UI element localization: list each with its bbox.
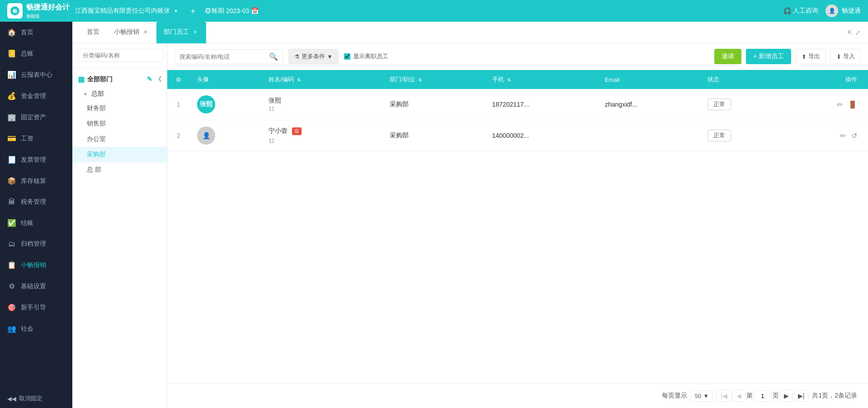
add-button[interactable]: ＋	[189, 5, 197, 16]
group-arrow-icon: ▼	[83, 92, 88, 97]
export-icon: ⬆	[802, 53, 807, 60]
sidebar-item-archive[interactable]: 🗂 归档管理	[0, 234, 72, 254]
home-icon: 🏠	[7, 28, 16, 37]
sidebar-item-home[interactable]: 🏠 首页	[0, 22, 72, 43]
toolbar-right: 邀请 + 新增员工 ⬆ 导出 ⬇ 导入	[714, 49, 861, 64]
invite-button[interactable]: 邀请	[714, 49, 741, 64]
sidebar-item-reports[interactable]: 📊 云报表中心	[0, 64, 72, 85]
edit-employee-2-icon[interactable]: ✏	[840, 131, 846, 140]
dept-item-general[interactable]: 总 部	[72, 162, 167, 178]
tab-department-close-icon[interactable]: ×	[192, 28, 199, 36]
user-info[interactable]: 👤 畅捷通	[826, 5, 861, 17]
sidebar-item-invoice[interactable]: 🧾 发票管理	[0, 149, 72, 170]
user-name: 畅捷通	[842, 7, 861, 15]
expense-icon: 📋	[7, 261, 16, 269]
sidebar-item-ledger[interactable]: 📒 总账	[0, 43, 72, 64]
prev-page-button[interactable]: ◀	[732, 390, 745, 402]
tab-expense[interactable]: 小畅报销 ×	[107, 22, 156, 43]
cell-action-1: ✏ 🚪	[784, 89, 868, 120]
settings-button[interactable]: ⚙	[204, 6, 212, 16]
th-dept-pos[interactable]: 部门/职位 ⇅	[382, 70, 485, 89]
all-departments-label: 全部部门	[87, 75, 113, 84]
basic-settings-icon: ⚙	[7, 282, 16, 291]
sidebar-item-expense[interactable]: 📋 小畅报销	[0, 254, 72, 276]
show-resigned-checkbox[interactable]	[344, 53, 350, 60]
window-maximize-icon[interactable]: ⤢	[855, 29, 861, 36]
show-resigned-wrap[interactable]: 显示离职员工	[344, 52, 388, 61]
dept-search-input[interactable]	[78, 49, 164, 62]
filter-button[interactable]: ⚗ 更多条件 ▼	[288, 49, 339, 64]
calendar-icon[interactable]: 📅	[251, 7, 259, 14]
company-arrow-icon: ▼	[174, 9, 178, 14]
next-page-button[interactable]: ▶	[780, 390, 793, 402]
sidebar-item-funds[interactable]: 💰 资金管理	[0, 85, 72, 107]
dept-item-finance[interactable]: 财务部	[72, 101, 167, 116]
dept-purchase-label: 采购部	[87, 150, 106, 158]
employee-table-wrap: ⚙ 头像 姓名/编码 ⇅ 部门/职位 ⇅ 手机 ⇅	[167, 70, 868, 383]
filter-arrow-icon: ▼	[327, 53, 333, 60]
th-name-code[interactable]: 姓名/编码 ⇅	[261, 70, 382, 89]
cell-status-2: 正常	[700, 120, 783, 151]
page-size-select[interactable]: 50 ▼	[691, 390, 713, 402]
cell-name-2: 宁小壹 应 12	[261, 120, 382, 151]
dept-general-label: 总 部	[87, 166, 101, 173]
service-button[interactable]: 🎧 人工咨询	[783, 7, 818, 15]
collapse-icon[interactable]: 《	[155, 75, 161, 84]
sidebar-label-salary: 工资	[21, 135, 33, 143]
dept-item-purchase[interactable]: 采购部	[72, 147, 167, 162]
sidebar-item-salary[interactable]: 💳 工资	[0, 128, 72, 149]
tab-department[interactable]: 部门员工 ×	[156, 22, 206, 43]
import-icon: ⬇	[836, 53, 841, 60]
per-page-arrow-icon: ▼	[703, 393, 709, 399]
dept-group-headquarters[interactable]: ▼ 总部	[72, 87, 167, 101]
filter-label: 更多条件	[302, 52, 325, 61]
header-actions: ＋ ⚙	[189, 5, 212, 16]
funds-icon: 💰	[7, 92, 16, 100]
invoice-icon: 🧾	[7, 155, 16, 164]
sidebar-item-guide[interactable]: 🎯 新手引导	[0, 297, 72, 318]
refresh-employee-2-icon[interactable]: ↺	[851, 131, 857, 140]
add-employee-label: + 新增员工	[753, 52, 784, 61]
left-panel: 🔍 ▦ 全部部门 ✎ 《 ▼	[72, 43, 167, 408]
header-right: 🎧 人工咨询 👤 畅捷通	[783, 5, 861, 17]
pin-icon: ◀◀	[7, 395, 16, 402]
total-records-label: 共1页，2条记录	[812, 392, 857, 400]
edit-employee-1-icon[interactable]: ✏	[837, 100, 843, 109]
inventory-icon: 📦	[7, 177, 16, 185]
sidebar-item-assets[interactable]: 🏢 固定资产	[0, 107, 72, 128]
th-phone[interactable]: 手机 ⇅	[485, 70, 598, 89]
all-departments-header[interactable]: ▦ 全部部门 ✎ 《	[72, 71, 167, 87]
export-button[interactable]: ⬆ 导出	[796, 49, 826, 64]
table-settings-icon[interactable]: ⚙	[176, 76, 181, 83]
cell-phone-2: 140000002...	[485, 120, 598, 151]
sidebar-label-home: 首页	[21, 28, 33, 37]
more-employee-1-icon[interactable]: 🚪	[848, 100, 857, 109]
first-page-button[interactable]: |◀	[717, 390, 731, 402]
sidebar-item-social[interactable]: 👥 社会	[0, 318, 72, 339]
tab-home[interactable]: 首页	[80, 22, 107, 43]
employee-search-input[interactable]	[179, 53, 266, 60]
unpin-button[interactable]: ◀◀ 取消固定	[0, 389, 72, 408]
sort-name-icon: ⇅	[297, 77, 301, 82]
page-number-input[interactable]	[754, 390, 772, 402]
sidebar-item-inventory[interactable]: 📦 库存核算	[0, 170, 72, 192]
dept-item-office[interactable]: 办公室	[72, 131, 167, 147]
company-selector[interactable]: 江西服宝精品有限责任公司内账张 ▼	[75, 7, 178, 15]
sidebar-label-archive: 归档管理	[21, 240, 46, 248]
search-employee-icon[interactable]: 🔍	[269, 52, 278, 61]
last-page-button[interactable]: ▶|	[794, 390, 809, 402]
user-avatar: 👤	[826, 5, 838, 17]
avatar-1: 张熙	[197, 95, 215, 113]
import-button[interactable]: ⬇ 导入	[830, 49, 861, 64]
dept-item-sales[interactable]: 销售部	[72, 116, 167, 131]
sort-phone-icon: ⇅	[507, 77, 511, 82]
sidebar-item-tax[interactable]: 🏛 税务管理	[0, 192, 72, 212]
sidebar-item-basic[interactable]: ⚙ 基础设置	[0, 276, 72, 297]
tab-expense-close-icon[interactable]: ×	[142, 28, 149, 36]
cell-phone-1: 187202117...	[485, 89, 598, 120]
edit-dept-icon[interactable]: ✎	[147, 75, 152, 84]
window-close-icon[interactable]: ×	[847, 28, 852, 37]
add-employee-button[interactable]: + 新增员工	[746, 49, 791, 64]
sidebar-label-tax: 税务管理	[21, 198, 46, 206]
sidebar-item-close[interactable]: ✅ 结账	[0, 212, 72, 234]
